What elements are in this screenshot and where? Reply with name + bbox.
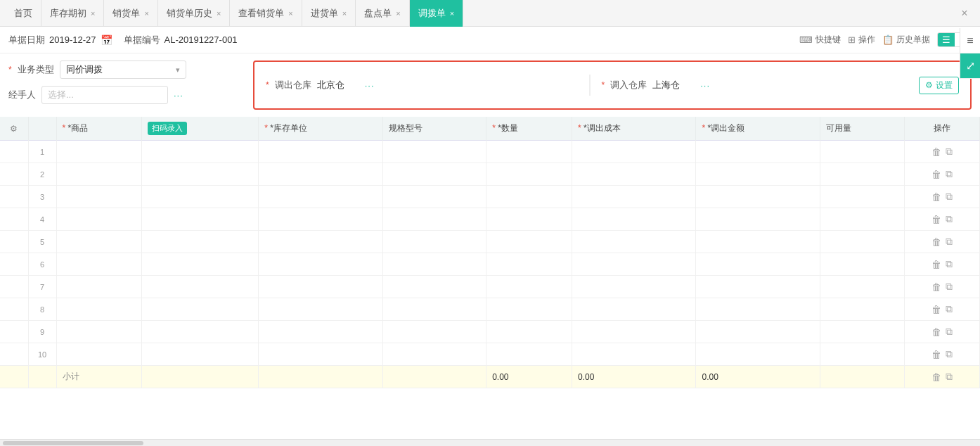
cost-cell-5[interactable] <box>572 231 696 253</box>
copy-icon-8[interactable]: ⧉ <box>946 303 953 315</box>
tab-view-sales-close[interactable]: × <box>288 9 292 18</box>
operation-button[interactable]: ⊞ 操作 <box>848 34 875 46</box>
spec-cell-7[interactable] <box>382 276 486 298</box>
person-more-button[interactable]: ··· <box>174 90 183 101</box>
amount-cell-7[interactable] <box>696 276 820 298</box>
tab-purchase-order[interactable]: 进货单 × <box>302 0 356 27</box>
product-cell-1[interactable] <box>56 141 142 163</box>
qty-cell-7[interactable] <box>486 276 572 298</box>
cost-cell-10[interactable] <box>572 343 696 366</box>
tab-purchase-order-close[interactable]: × <box>342 9 347 18</box>
spec-cell-3[interactable] <box>382 186 486 208</box>
unit-cell-10[interactable] <box>259 343 382 366</box>
cost-cell-2[interactable] <box>572 163 696 186</box>
horizontal-scrollbar[interactable] <box>0 439 980 446</box>
copy-icon-7[interactable]: ⧉ <box>946 281 953 293</box>
shortcut-button[interactable]: ⌨ 快捷键 <box>799 34 841 46</box>
amount-cell-8[interactable] <box>696 298 820 321</box>
product-cell-4[interactable] <box>56 208 142 231</box>
delete-icon[interactable]: 🗑 <box>931 371 941 383</box>
business-type-select[interactable]: 同价调拨 ▾ <box>60 60 186 79</box>
delete-icon-6[interactable]: 🗑 <box>931 259 941 270</box>
tab-sales-order[interactable]: 销货单 × <box>104 0 157 27</box>
qty-cell-10[interactable] <box>486 343 572 366</box>
product-cell-2[interactable] <box>56 163 142 186</box>
delete-icon-10[interactable]: 🗑 <box>931 349 941 360</box>
scroll-thumb[interactable] <box>3 441 143 445</box>
tab-sales-order-close[interactable]: × <box>144 9 148 18</box>
spec-cell-5[interactable] <box>382 231 486 253</box>
qty-cell-3[interactable] <box>486 186 572 208</box>
amount-cell-10[interactable] <box>696 343 820 366</box>
qty-cell-4[interactable] <box>486 208 572 231</box>
spec-cell-4[interactable] <box>382 208 486 231</box>
unit-cell-7[interactable] <box>259 276 382 298</box>
spec-cell-2[interactable] <box>382 163 486 186</box>
unit-cell-9[interactable] <box>259 321 382 343</box>
product-cell-3[interactable] <box>56 186 142 208</box>
cost-cell-4[interactable] <box>572 208 696 231</box>
delete-icon-1[interactable]: 🗑 <box>931 146 941 158</box>
cost-cell-3[interactable] <box>572 186 696 208</box>
warehouse-in-more-button[interactable]: ··· <box>700 80 710 91</box>
amount-cell-2[interactable] <box>696 163 820 186</box>
copy-icon-5[interactable]: ⧉ <box>946 236 953 248</box>
tab-transfer-order-close[interactable]: × <box>450 9 454 18</box>
copy-icon-2[interactable]: ⧉ <box>946 168 953 180</box>
cost-cell-8[interactable] <box>572 298 696 321</box>
amount-cell-3[interactable] <box>696 186 820 208</box>
side-list-icon[interactable]: ≡ <box>960 28 980 53</box>
unit-cell-6[interactable] <box>259 253 382 276</box>
tab-inventory-check[interactable]: 盘点单 × <box>356 0 409 27</box>
copy-icon-1[interactable]: ⧉ <box>946 146 953 158</box>
tab-sales-history-close[interactable]: × <box>217 9 221 18</box>
list-view-button[interactable]: ☰ <box>938 33 955 46</box>
close-all-button[interactable]: × <box>955 4 974 23</box>
spec-cell-8[interactable] <box>382 298 486 321</box>
unit-cell-3[interactable] <box>259 186 382 208</box>
spec-cell-1[interactable] <box>382 141 486 163</box>
delete-icon-9[interactable]: 🗑 <box>931 326 941 338</box>
col-scan[interactable]: 扫码录入 <box>142 117 259 141</box>
delete-icon-2[interactable]: 🗑 <box>931 169 941 180</box>
scan-button[interactable]: 扫码录入 <box>148 122 187 135</box>
unit-cell-4[interactable] <box>259 208 382 231</box>
amount-cell-6[interactable] <box>696 253 820 276</box>
product-cell-5[interactable] <box>56 231 142 253</box>
tab-inventory-check-close[interactable]: × <box>396 9 400 18</box>
unit-cell-1[interactable] <box>259 141 382 163</box>
side-expand-icon[interactable]: ⤢ <box>960 53 980 79</box>
tab-inventory-init-close[interactable]: × <box>91 9 95 18</box>
tab-transfer-order[interactable]: 调拨单 × <box>410 0 463 27</box>
cost-cell-7[interactable] <box>572 276 696 298</box>
history-button[interactable]: 📋 历史单据 <box>882 34 930 46</box>
product-cell-7[interactable] <box>56 276 142 298</box>
product-cell-10[interactable] <box>56 343 142 366</box>
product-cell-6[interactable] <box>56 253 142 276</box>
copy-icon-4[interactable]: ⧉ <box>946 213 953 225</box>
warehouse-out-more-button[interactable]: ··· <box>365 80 375 91</box>
table-settings-icon[interactable]: ⚙ <box>10 124 18 134</box>
qty-cell-5[interactable] <box>486 231 572 253</box>
copy-icon[interactable]: ⧉ <box>946 371 953 383</box>
amount-cell-1[interactable] <box>696 141 820 163</box>
qty-cell-1[interactable] <box>486 141 572 163</box>
delete-icon-3[interactable]: 🗑 <box>931 191 941 203</box>
delete-icon-5[interactable]: 🗑 <box>931 236 941 248</box>
copy-icon-3[interactable]: ⧉ <box>946 191 953 203</box>
tab-sales-history[interactable]: 销货单历史 × <box>158 0 230 27</box>
cost-cell-9[interactable] <box>572 321 696 343</box>
product-cell-9[interactable] <box>56 321 142 343</box>
copy-icon-6[interactable]: ⧉ <box>946 258 953 270</box>
settings-button[interactable]: ⚙ 设置 <box>919 77 959 94</box>
cost-cell-1[interactable] <box>572 141 696 163</box>
col-settings[interactable]: ⚙ <box>0 117 28 141</box>
calendar-icon[interactable]: 📅 <box>101 34 112 46</box>
delete-icon-4[interactable]: 🗑 <box>931 214 941 225</box>
amount-cell-9[interactable] <box>696 321 820 343</box>
copy-icon-9[interactable]: ⧉ <box>946 326 953 338</box>
amount-cell-5[interactable] <box>696 231 820 253</box>
amount-cell-4[interactable] <box>696 208 820 231</box>
tab-home[interactable]: 首页 <box>6 0 41 27</box>
tab-inventory-init[interactable]: 库存期初 × <box>41 0 104 27</box>
